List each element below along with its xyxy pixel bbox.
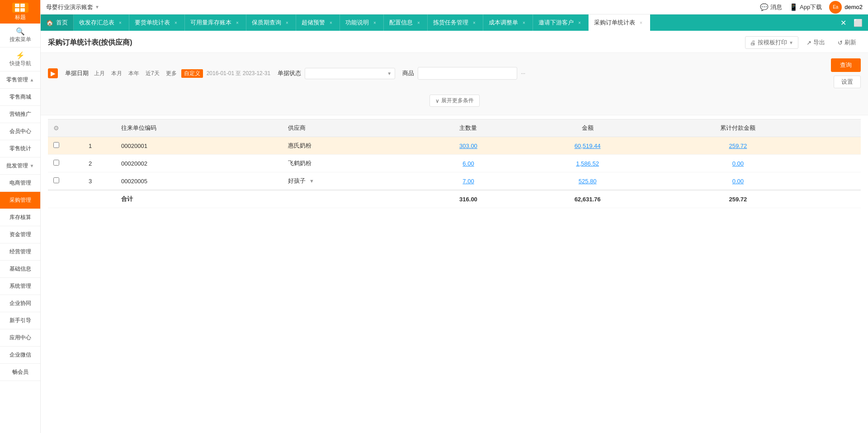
row-amount-2[interactable]: 525.80 <box>520 172 654 190</box>
table-settings-icon[interactable]: ⚙ <box>53 124 59 132</box>
row-checkbox-2[interactable] <box>48 172 65 190</box>
tab-close-chaoChuyuJing[interactable]: × <box>328 19 334 26</box>
expand-more-button[interactable]: ∨ 展开更多条件 <box>429 95 480 107</box>
tab-close-paihuoRenwuGuanli[interactable]: × <box>471 19 477 26</box>
sidebar-item-basics[interactable]: 基础信息 <box>0 261 41 278</box>
logo-icon <box>12 3 28 13</box>
row-mainQty-0[interactable]: 303.00 <box>416 137 521 155</box>
date-btn-7days[interactable]: 近7天 <box>144 69 161 78</box>
date-custom-badge[interactable]: 自定义 <box>181 69 203 78</box>
checkbox-input-0[interactable] <box>53 142 59 148</box>
row-checkbox-1[interactable] <box>48 155 65 172</box>
filter-toggle-button[interactable]: ▶ <box>48 68 58 78</box>
sidebar-item-finance[interactable]: 资金管理 <box>0 226 41 243</box>
table-row: 1 00020001 惠氏奶粉 303.00 60,519.44 259.72 <box>48 137 861 155</box>
row-amount-0[interactable]: 60,519.44 <box>520 137 654 155</box>
date-btn-more[interactable]: 更多 <box>164 69 179 78</box>
row-checkbox-0[interactable] <box>48 137 65 155</box>
refresh-button[interactable]: ↺ 刷新 <box>833 37 861 48</box>
tab-home[interactable]: 🏠 首页 <box>41 14 74 31</box>
table-container: ⚙ 往来单位编码 供应商 主数量 金额 累计付款金额 1 <box>41 119 868 215</box>
col-header-paidAmount: 累计付款金额 <box>655 119 821 137</box>
sidebar-item-retail-management[interactable]: 零售管理 ▲ <box>0 71 41 89</box>
footer-empty3 <box>283 190 416 208</box>
tab-yaoqingXiayoukehu[interactable]: 邀请下游客户 × <box>533 14 589 31</box>
tab-close-baozhiQiChaxun[interactable]: × <box>284 19 290 26</box>
sidebar-item-inventory[interactable]: 库存核算 <box>0 209 41 226</box>
sidebar-item-member2[interactable]: 畅会员 <box>0 364 41 381</box>
row-mainQty-1[interactable]: 6.00 <box>416 155 521 172</box>
maximize-button[interactable]: ⬜ <box>852 17 864 29</box>
tab-keyongLiangKuCunZhangBen[interactable]: 可用量库存账本 × <box>185 14 246 31</box>
row-mainQty-2[interactable]: 7.00 <box>416 172 521 190</box>
status-select[interactable]: ▼ <box>305 68 395 79</box>
app-download-button[interactable]: 📱 App下载 <box>789 3 822 11</box>
sidebar-item-member[interactable]: 会员中心 <box>0 123 41 140</box>
sidebar-item-appcenter[interactable]: 应用中心 <box>0 329 41 347</box>
sidebar-search-label: 搜索菜单 <box>0 36 41 43</box>
row-supplier-1: 飞鹤奶粉 <box>283 155 416 172</box>
date-btn-this-year[interactable]: 本年 <box>127 69 141 78</box>
footer-empty1 <box>48 190 65 208</box>
row-paidAmount-0[interactable]: 259.72 <box>655 137 821 155</box>
sidebar-item-quicknav[interactable]: ⚡ 快捷导航 <box>0 48 41 71</box>
sidebar-item-newguide[interactable]: 新手引导 <box>0 312 41 329</box>
tab-shoufaHuizong[interactable]: 收发存汇总表 × <box>74 14 129 31</box>
print-label: 按模板打印 <box>758 38 787 47</box>
row-amount-1[interactable]: 1,586.52 <box>520 155 654 172</box>
logo-text: 标题 <box>15 14 26 21</box>
col-header-num <box>65 119 116 137</box>
row-paidAmount-2[interactable]: 0.00 <box>655 172 821 190</box>
date-btn-last-month[interactable]: 上月 <box>92 69 107 78</box>
workspace-selector[interactable]: 母婴行业演示账套 ▼ <box>46 3 99 11</box>
message-button[interactable]: 💬 消息 <box>760 3 782 11</box>
query-button[interactable]: 查询 <box>831 58 861 72</box>
sidebar-item-wechat[interactable]: 企业微信 <box>0 347 41 364</box>
checkbox-input-1[interactable] <box>53 160 59 166</box>
tab-yaohuoDanTongjiBiao[interactable]: 要货单统计表 × <box>129 14 185 31</box>
app-label: App下载 <box>800 3 822 11</box>
sidebar-item-wholesale[interactable]: 批发管理 ▼ <box>0 157 41 175</box>
sidebar-item-ecommerce[interactable]: 电商管理 <box>0 175 41 192</box>
checkbox-input-2[interactable] <box>53 177 59 183</box>
tab-chaoChuyuJing[interactable]: 超储预警 × <box>296 14 340 31</box>
sidebar-item-marketing[interactable]: 营销推广 <box>0 106 41 123</box>
print-button[interactable]: 🖨 按模板打印 ▼ <box>745 36 798 49</box>
tab-close-shoufaHuizong[interactable]: × <box>117 19 123 26</box>
filter-bar: ▶ 单据日期 上月 本月 本年 近7天 更多 自定义 2016-01-01 至 … <box>41 53 868 115</box>
goods-input-more-icon[interactable]: ··· <box>521 70 525 76</box>
tab-paihuoRenwuGuanli[interactable]: 拣货任务管理 × <box>428 14 483 31</box>
sidebar-item-operations[interactable]: 经营管理 <box>0 243 41 261</box>
tab-close-yaohuoDanTongjiBiao[interactable]: × <box>173 19 179 26</box>
tab-close-caigouDanTongjiBiao[interactable]: × <box>638 19 644 26</box>
col-header-amount: 金额 <box>520 119 654 137</box>
export-button[interactable]: ↗ 导出 <box>802 37 830 48</box>
tab-baozhiQiChaxun[interactable]: 保质期查询 × <box>246 14 296 31</box>
tab-gongnengShuoming[interactable]: 功能说明 × <box>340 14 384 31</box>
tab-shoufaHuizong-label: 收发存汇总表 <box>79 19 114 27</box>
tab-close-peizhiXinxi[interactable]: × <box>415 19 422 26</box>
goods-input[interactable] <box>418 67 517 80</box>
sidebar-retail-analytics-label: 零售统计 <box>9 145 31 152</box>
app-icon: 📱 <box>789 3 798 11</box>
row-extra-1 <box>821 155 861 172</box>
tab-chengbenTiaozheng[interactable]: 成本调整单 × <box>483 14 533 31</box>
sidebar-item-search[interactable]: 🔍 搜索菜单 <box>0 24 41 48</box>
sidebar-item-retail-analytics[interactable]: 零售统计 <box>0 140 41 157</box>
user-menu[interactable]: Ea demo2 <box>829 1 863 14</box>
status-filter-label: 单据状态 <box>278 69 301 77</box>
settings-button[interactable]: 设置 <box>834 76 861 88</box>
tab-close-chengbenTiaozheng[interactable]: × <box>521 19 527 26</box>
tab-close-keyongLiangKuCunZhangBen[interactable]: × <box>234 19 241 26</box>
sidebar-item-enterprise[interactable]: 企业协同 <box>0 295 41 312</box>
tab-peizhiXinxi[interactable]: 配置信息 × <box>384 14 428 31</box>
sidebar-item-system[interactable]: 系统管理 <box>0 278 41 295</box>
sidebar-item-purchase[interactable]: 采购管理 <box>0 192 41 209</box>
row-paidAmount-1[interactable]: 0.00 <box>655 155 821 172</box>
close-all-tabs-button[interactable]: ✕ <box>839 17 848 29</box>
sidebar-item-retail-shop[interactable]: 零售商城 <box>0 89 41 106</box>
date-btn-this-month[interactable]: 本月 <box>109 69 124 78</box>
tab-caigouDanTongjiBiao[interactable]: 采购订单统计表 × <box>589 14 650 31</box>
tab-close-yaoqingXiayoukehu[interactable]: × <box>576 19 583 26</box>
tab-close-gongnengShuoming[interactable]: × <box>372 19 378 26</box>
